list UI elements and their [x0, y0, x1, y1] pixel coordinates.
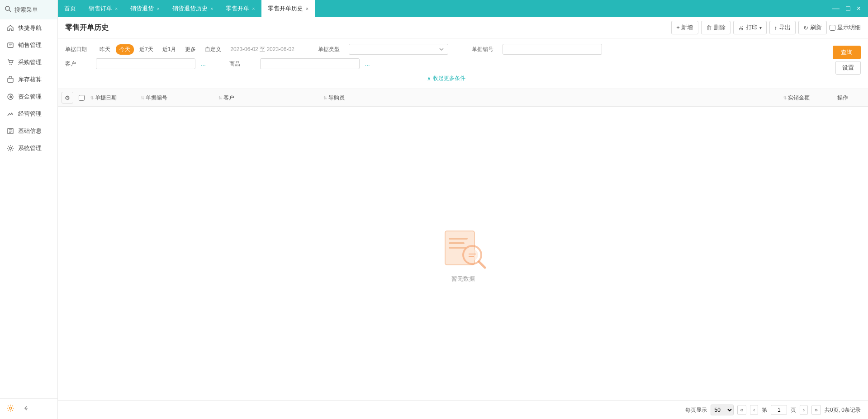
refresh-icon: ↻: [803, 24, 808, 31]
show-detail-label: 显示明细: [837, 24, 861, 32]
last-page-button[interactable]: »: [811, 405, 821, 415]
print-button[interactable]: 🖨 打印 ▾: [733, 21, 767, 34]
tab-bar: 首页 销售订单 × 销货退货 × 销货退货历史 × 零售开单 × 零售开单历史 …: [58, 0, 868, 17]
sidebar-item-label: 快捷导航: [18, 24, 42, 32]
tab-retail-open-label: 零售开单: [226, 5, 249, 13]
finance-icon: [6, 93, 14, 101]
show-detail-checkbox[interactable]: [830, 25, 835, 31]
tab-sales-return-close[interactable]: ×: [157, 6, 159, 11]
print-icon: 🖨: [738, 24, 744, 31]
customer-label: 客户: [65, 60, 90, 68]
sidebar-item-inventory[interactable]: 库存核算: [0, 71, 57, 88]
sidebar-item-label: 经营管理: [18, 110, 42, 118]
svg-line-1: [9, 10, 11, 12]
sort-icon-guide: ⇅: [323, 95, 327, 100]
sidebar-search-label: 搜索采单: [14, 6, 38, 14]
svg-rect-12: [449, 242, 465, 244]
tab-retail-open-history[interactable]: 零售开单历史 ×: [261, 0, 315, 17]
maximize-button[interactable]: □: [846, 5, 850, 13]
product-ellipsis[interactable]: ...: [365, 61, 370, 67]
date-btn-yesterday[interactable]: 昨天: [96, 44, 114, 55]
tab-sales-return-history-label: 销货退货历史: [172, 5, 208, 13]
minimize-button[interactable]: —: [832, 5, 840, 13]
select-all-checkbox[interactable]: [79, 95, 85, 101]
sidebar-item-sys-mgmt[interactable]: 系统管理: [0, 140, 57, 157]
query-button[interactable]: 查询: [833, 46, 861, 59]
sidebar-item-label: 系统管理: [18, 144, 42, 152]
sidebar-item-label: 资金管理: [18, 93, 42, 101]
tab-sales-order-close[interactable]: ×: [115, 6, 118, 11]
page-title: 零售开单历史: [65, 23, 109, 33]
customer-ellipsis[interactable]: ...: [201, 61, 206, 67]
sidebar-item-operations[interactable]: 经营管理: [0, 105, 57, 122]
sidebar-item-label: 基础信息: [18, 127, 42, 135]
filter-settings-button[interactable]: 设置: [835, 61, 861, 75]
search-icon: [5, 5, 12, 14]
per-page-select[interactable]: 50 10 20 100: [711, 405, 734, 415]
filter-collapse[interactable]: ∧ 收起更多条件: [65, 73, 827, 83]
tab-home-label: 首页: [64, 5, 76, 13]
sales-icon: [6, 41, 14, 49]
main-content: 首页 销售订单 × 销货退货 × 销货退货历史 × 零售开单 × 零售开单历史 …: [58, 0, 868, 419]
col-header-action: 操作: [837, 94, 864, 102]
add-button[interactable]: + 新增: [671, 21, 698, 34]
col-header-num[interactable]: ⇅ 单据编号: [141, 94, 213, 102]
doc-type-select[interactable]: [349, 44, 448, 55]
delete-button[interactable]: 🗑 删除: [701, 21, 730, 34]
sort-up-icon: ⇅: [90, 95, 94, 100]
tab-sales-return-history[interactable]: 销货退货历史 ×: [166, 0, 219, 17]
basic-icon: [6, 127, 14, 135]
filter-row-1: 单据日期 昨天 今天 近7天 近1月 更多 自定义 2023-06-02 至 2…: [65, 44, 827, 55]
sidebar-item-purchase-mgmt[interactable]: 采购管理: [0, 54, 57, 71]
prev-page-button[interactable]: ‹: [750, 405, 758, 415]
tab-bar-controls: — □ ×: [832, 5, 868, 13]
tab-retail-open-history-label: 零售开单历史: [268, 5, 303, 13]
customer-input[interactable]: [96, 58, 195, 69]
tab-retail-open[interactable]: 零售开单 ×: [219, 0, 261, 17]
tab-sales-return[interactable]: 销货退货 ×: [124, 0, 166, 17]
svg-point-8: [9, 407, 12, 410]
date-btn-today[interactable]: 今天: [116, 44, 134, 55]
date-btn-more[interactable]: 更多: [181, 44, 199, 55]
sidebar-item-quick-nav[interactable]: 快捷导航: [0, 19, 57, 37]
tab-retail-open-close[interactable]: ×: [252, 6, 255, 11]
sidebar-item-finance[interactable]: 资金管理: [0, 88, 57, 105]
next-page-button[interactable]: ›: [800, 405, 808, 415]
svg-line-16: [479, 262, 485, 268]
home-icon: [6, 24, 14, 32]
collapse-icon[interactable]: [22, 404, 30, 414]
col-header-date[interactable]: ⇅ 单据日期: [90, 94, 135, 102]
page-input[interactable]: [771, 405, 787, 415]
empty-icon: [436, 224, 490, 269]
sidebar-item-sales-mgmt[interactable]: 销售管理: [0, 37, 57, 54]
col-header-amount[interactable]: ⇅ 实销金额: [783, 94, 828, 102]
delete-icon: 🗑: [706, 24, 712, 31]
tab-sales-return-history-close[interactable]: ×: [210, 6, 213, 11]
sidebar-item-basic-info[interactable]: 基础信息: [0, 122, 57, 140]
table-area: ⚙ ⇅ 单据日期 ⇅ 单据编号 ⇅ 客户 ⇅ 导购员 ⇅ 实销金额: [58, 89, 868, 400]
export-button[interactable]: ↑ 导出: [769, 21, 796, 34]
filter-row-2: 客户 ... 商品 ...: [65, 58, 827, 69]
date-btn-last1month[interactable]: 近1月: [159, 44, 180, 55]
col-header-client[interactable]: ⇅ 客户: [218, 94, 318, 102]
svg-rect-5: [8, 78, 13, 82]
date-btn-last7[interactable]: 近7天: [136, 44, 157, 55]
tab-retail-open-history-close[interactable]: ×: [306, 6, 308, 11]
first-page-button[interactable]: «: [737, 405, 747, 415]
doc-num-input[interactable]: [503, 44, 602, 55]
col-header-guide[interactable]: ⇅ 导购员: [323, 94, 378, 102]
svg-point-7: [9, 147, 12, 150]
collapse-up-icon: ∧: [427, 75, 431, 82]
inventory-icon: [6, 75, 14, 84]
refresh-button[interactable]: ↻ 刷新: [798, 21, 827, 34]
date-btn-custom[interactable]: 自定义: [201, 44, 225, 55]
product-input[interactable]: [260, 58, 360, 69]
close-button[interactable]: ×: [857, 5, 861, 13]
sidebar-search[interactable]: 搜索采单: [0, 0, 57, 19]
gear-icon[interactable]: [6, 404, 14, 414]
tab-sales-order[interactable]: 销售订单 ×: [82, 0, 124, 17]
svg-point-3: [9, 64, 10, 65]
table-settings-icon[interactable]: ⚙: [62, 92, 73, 104]
tab-home[interactable]: 首页: [58, 0, 82, 17]
date-label: 单据日期: [65, 46, 90, 53]
